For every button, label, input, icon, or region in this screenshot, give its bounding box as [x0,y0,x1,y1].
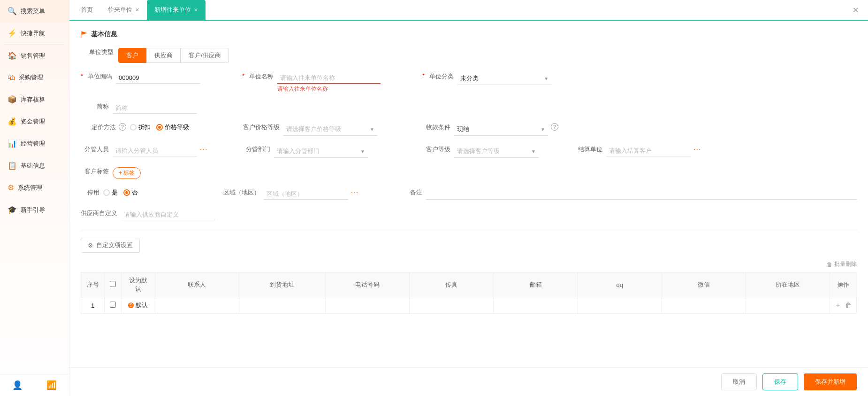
tab-partners[interactable]: 往来单位 ✕ [100,0,147,21]
address-input[interactable] [244,302,321,309]
pricing-discount-radio[interactable] [130,124,137,131]
customer-level-select[interactable]: 请选择客户等级 ▼ [454,145,539,158]
custom-settings-btn[interactable]: ⚙ 自定义项设置 [81,238,140,253]
supplier-custom-input[interactable] [121,209,215,220]
customer-price-level-select[interactable]: 请选择客户价格等级 ▼ [283,123,377,136]
customer-level-placeholder: 请选择客户等级 [457,147,500,155]
cell-email[interactable] [494,297,578,314]
contact-input[interactable] [160,302,234,309]
save-new-button[interactable]: 保存并新增 [804,373,857,390]
gear-icon: ⚙ [88,242,93,249]
region-more-btn[interactable]: ··· [351,188,358,197]
disable-row: 停用 是 否 区域（地区） ··· [81,188,857,200]
unit-code-field: * 单位编码 [81,72,231,84]
cell-phone[interactable] [326,297,410,314]
settlement-unit-more-btn[interactable]: ··· [693,145,701,154]
pricing-level-radio[interactable] [156,124,163,131]
sidebar-item-system[interactable]: ⚙ 系统管理 [0,177,69,199]
unit-type-row: 单位类型 客户 供应商 客户/供应商 [81,48,857,63]
payment-terms-help-icon[interactable]: ? [551,123,558,131]
qq-input[interactable] [583,302,657,309]
sidebar-item-operations[interactable]: 📊 经营管理 [0,132,69,155]
sidebar-user-btn[interactable]: 👤 [0,374,35,396]
cancel-button[interactable]: 取消 [721,373,757,390]
manager-input[interactable] [113,145,197,156]
disable-yes-radio[interactable] [103,189,110,196]
default-radio[interactable] [128,303,134,308]
wechat-input[interactable] [667,302,741,309]
batch-delete-btn[interactable]: 🗑 批量删除 [827,260,857,268]
tab-new-partner[interactable]: 新增往来单位 ✕ [147,0,206,21]
select-all-checkbox[interactable] [110,281,116,287]
payment-terms-select[interactable]: 现结 ▼ [454,123,548,136]
cell-area[interactable] [746,297,830,314]
customer-price-level-field: 客户价格等级 请选择客户价格等级 ▼ [242,123,411,136]
disable-no[interactable]: 否 [123,188,138,197]
tab-home[interactable]: 首页 [73,0,100,21]
cell-qq[interactable] [578,297,662,314]
disable-yes[interactable]: 是 [103,188,118,197]
pricing-help-icon[interactable]: ? [119,123,126,131]
sidebar-item-purchase[interactable]: 🛍 采购管理 [0,67,69,88]
cell-address[interactable] [239,297,326,314]
region-input[interactable] [264,188,348,200]
disable-field: 停用 是 否 [81,188,212,197]
col-contact: 联系人 [155,272,239,297]
tab-new-partner-close[interactable]: ✕ [194,7,198,13]
cell-seq: 1 [81,297,105,314]
sidebar-item-search[interactable]: 🔍 搜索菜单 [0,0,69,22]
form-content: 基本信息 单位类型 客户 供应商 客户/供应商 * 单位编码 [69,21,868,367]
cell-contact[interactable] [155,297,239,314]
pricing-discount[interactable]: 折扣 [130,123,151,132]
add-tag-btn[interactable]: + 标签 [113,167,141,179]
type-btn-both[interactable]: 客户/供应商 [181,48,229,63]
fax-input[interactable] [414,302,488,309]
short-name-input[interactable] [113,102,197,114]
table-toolbar: 🗑 批量删除 [81,260,857,268]
sidebar-item-quick-nav[interactable]: ⚡ 快捷导航 [0,22,69,44]
unit-type-label: 单位类型 [81,48,114,56]
unit-name-input[interactable] [277,72,381,84]
cell-checkbox[interactable] [105,297,122,314]
phone-input[interactable] [330,302,404,309]
save-button[interactable]: 保存 [762,373,798,390]
quick-nav-icon: ⚡ [8,29,17,38]
col-fax: 传真 [410,272,494,297]
sidebar-item-label: 销售管理 [21,52,45,60]
sidebar-signal-btn[interactable]: 📶 [35,374,69,396]
department-placeholder: 请输入分管部门 [277,147,320,155]
settlement-unit-input[interactable] [606,145,691,156]
unit-code-input[interactable] [116,72,200,84]
disable-no-radio[interactable] [123,189,130,196]
department-select[interactable]: 请输入分管部门 ▼ [274,145,368,158]
email-input[interactable] [498,302,572,309]
main-close-btn[interactable]: ✕ [847,0,864,20]
row-checkbox[interactable] [110,302,116,308]
manager-more-btn[interactable]: ··· [200,145,207,154]
add-row-btn[interactable]: ＋ [835,301,841,310]
area-input[interactable] [751,302,825,309]
sidebar-item-sales[interactable]: 🏠 销售管理 [0,45,69,67]
supplier-custom-label: 供应商自定义 [81,209,117,217]
cell-fax[interactable] [410,297,494,314]
cell-wechat[interactable] [662,297,746,314]
sidebar-item-label: 系统管理 [18,184,42,192]
inventory-icon: 📦 [8,95,17,104]
unit-category-label: 单位分类 [426,72,454,81]
remark-input[interactable] [426,188,857,200]
sidebar-item-finance[interactable]: 💰 资金管理 [0,110,69,132]
col-checkbox[interactable] [105,272,122,297]
custom-settings-label: 自定义项设置 [96,241,133,249]
unit-category-select[interactable]: 未分类 ▼ [457,72,551,85]
short-name-field: 简称 [81,102,231,114]
sidebar-item-basic-info[interactable]: 📋 基础信息 [0,155,69,177]
sidebar-item-guide[interactable]: 🎓 新手引导 [0,199,69,221]
pricing-level[interactable]: 价格等级 [156,123,189,132]
delete-row-btn[interactable]: 🗑 [845,302,852,309]
type-btn-customer[interactable]: 客户 [118,48,146,63]
contacts-table: 序号 设为默认 联系人 到货地址 电话号码 传真 邮箱 qq 微信 所在地区 操… [81,272,857,314]
type-btn-supplier[interactable]: 供应商 [146,48,181,63]
customer-price-level-placeholder: 请选择客户价格等级 [286,125,341,133]
sidebar-item-inventory[interactable]: 📦 库存核算 [0,88,69,110]
tab-partners-close[interactable]: ✕ [135,7,139,13]
